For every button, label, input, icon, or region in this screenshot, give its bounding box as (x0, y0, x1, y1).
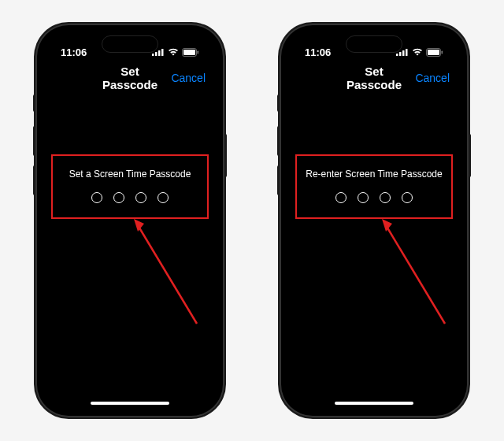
nav-bar: Set Passcode Cancel (287, 63, 461, 93)
svg-rect-15 (442, 50, 443, 54)
volume-down-button (33, 165, 35, 195)
svg-rect-11 (402, 50, 405, 56)
svg-line-7 (138, 225, 197, 324)
wifi-icon (168, 48, 179, 56)
content-area: Set a Screen Time Passcode (43, 93, 217, 410)
annotation-arrow (130, 217, 201, 328)
screen: 11:06 Set Passcode Cancel Re- (287, 32, 461, 410)
svg-rect-9 (396, 54, 398, 56)
annotation-arrow (378, 217, 449, 328)
nav-title: Set Passcode (338, 65, 410, 91)
svg-rect-14 (428, 50, 439, 55)
status-time: 11:06 (305, 46, 331, 58)
volume-up-button (277, 126, 280, 156)
status-bar: 11:06 (287, 32, 461, 63)
passcode-dot (91, 192, 102, 203)
passcode-dot (158, 192, 169, 203)
passcode-prompt: Set a Screen Time Passcode (61, 169, 199, 180)
iphone-mockup-left: 11:06 Set Passcode Cancel Set (35, 24, 224, 417)
screen: 11:06 Set Passcode Cancel Set (43, 32, 217, 410)
passcode-dot (358, 192, 369, 203)
wifi-icon (412, 48, 423, 56)
status-icons (152, 48, 199, 57)
mute-switch (277, 94, 280, 112)
passcode-dot (380, 192, 391, 203)
svg-rect-0 (152, 54, 154, 56)
volume-up-button (33, 126, 35, 156)
battery-icon (426, 48, 443, 57)
nav-title: Set Passcode (94, 65, 166, 91)
passcode-prompt: Re-enter Screen Time Passcode (305, 169, 443, 180)
content-area: Re-enter Screen Time Passcode (287, 93, 461, 410)
svg-rect-6 (198, 50, 199, 54)
power-button (469, 134, 471, 177)
svg-rect-3 (161, 49, 164, 56)
power-button (224, 134, 227, 177)
battery-icon (182, 48, 199, 57)
status-icons (396, 48, 443, 57)
status-time: 11:06 (61, 46, 87, 58)
iphone-mockup-right: 11:06 Set Passcode Cancel Re- (280, 24, 469, 417)
volume-down-button (277, 165, 280, 195)
cancel-button[interactable]: Cancel (171, 72, 206, 84)
mute-switch (33, 94, 35, 112)
cancel-button[interactable]: Cancel (415, 72, 450, 84)
home-indicator[interactable] (91, 402, 169, 405)
signal-icon (396, 48, 409, 56)
svg-rect-10 (399, 52, 402, 56)
svg-rect-1 (155, 52, 158, 56)
svg-rect-12 (406, 49, 408, 56)
svg-rect-2 (158, 50, 161, 56)
passcode-dot (113, 192, 124, 203)
signal-icon (152, 48, 165, 56)
svg-rect-5 (183, 50, 195, 55)
status-bar: 11:06 (43, 32, 217, 63)
nav-bar: Set Passcode Cancel (43, 63, 217, 93)
passcode-input[interactable] (61, 192, 199, 203)
passcode-dot (135, 192, 146, 203)
svg-marker-8 (134, 219, 144, 232)
passcode-dot (402, 192, 413, 203)
annotation-highlight-box: Re-enter Screen Time Passcode (295, 154, 453, 219)
home-indicator[interactable] (335, 402, 413, 405)
svg-line-16 (386, 225, 445, 324)
passcode-dot (335, 192, 346, 203)
passcode-input[interactable] (305, 192, 443, 203)
annotation-highlight-box: Set a Screen Time Passcode (51, 154, 209, 219)
svg-marker-17 (382, 219, 392, 232)
